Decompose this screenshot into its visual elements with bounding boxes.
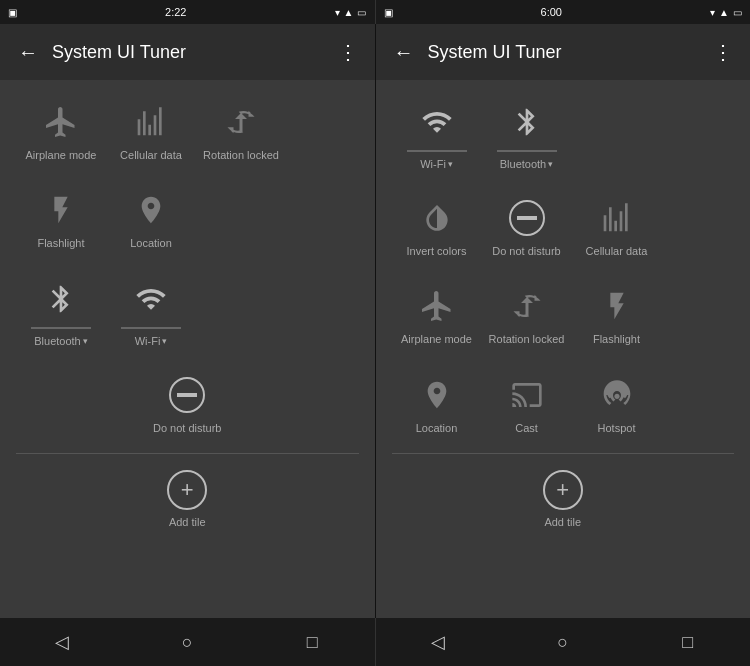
location2-icon bbox=[417, 375, 457, 415]
wifi2-label: Wi-Fi bbox=[420, 158, 446, 170]
tile-airplane-mode[interactable]: Airplane mode bbox=[16, 92, 106, 172]
svg-rect-1 bbox=[517, 216, 537, 220]
right-right-icons: ▾ ▲ ▭ bbox=[710, 7, 742, 18]
right-row-4: Location Cast Hotspot bbox=[376, 361, 751, 449]
tile-hotspot[interactable]: Hotspot bbox=[572, 365, 662, 445]
tile-invert-colors[interactable]: Invert colors bbox=[392, 188, 482, 268]
tile-location[interactable]: Location bbox=[106, 180, 196, 260]
tile-rotation-locked[interactable]: Rotation locked bbox=[196, 92, 286, 172]
tile-cellular2[interactable]: Cellular data bbox=[572, 188, 662, 268]
invert-colors-icon bbox=[417, 198, 457, 238]
rotation-locked-icon bbox=[221, 102, 261, 142]
bluetooth-label: Bluetooth bbox=[34, 335, 80, 347]
battery-status-icon: ▭ bbox=[357, 7, 366, 18]
airplane2-label: Airplane mode bbox=[401, 332, 472, 346]
sim-icon: ▣ bbox=[8, 7, 17, 18]
plus-icon: + bbox=[181, 479, 194, 501]
right-time: 6:00 bbox=[541, 6, 562, 18]
cellular2-icon bbox=[597, 198, 637, 238]
left-nav-recent[interactable]: □ bbox=[288, 618, 336, 666]
right-sim-icon: ▣ bbox=[384, 7, 393, 18]
flashlight2-label: Flashlight bbox=[593, 332, 640, 346]
right-nav-recent[interactable]: □ bbox=[664, 618, 712, 666]
right-plus-icon: + bbox=[556, 479, 569, 501]
left-right-icons: ▾ ▲ ▭ bbox=[335, 7, 367, 18]
right-status-icons: ▣ bbox=[384, 7, 393, 18]
left-nav-bar: ◁ ○ □ bbox=[0, 618, 376, 666]
location-icon bbox=[131, 190, 171, 230]
main-panels: ← System UI Tuner ⋮ Airplane mode bbox=[0, 24, 750, 618]
dnd-circle bbox=[169, 377, 205, 413]
flashlight-label: Flashlight bbox=[37, 236, 84, 250]
location-label: Location bbox=[130, 236, 172, 250]
invert-colors-label: Invert colors bbox=[407, 244, 467, 258]
tile-wifi[interactable]: Wi-Fi ▾ bbox=[106, 269, 196, 357]
dnd-label: Do not disturb bbox=[153, 421, 221, 435]
left-panel: ← System UI Tuner ⋮ Airplane mode bbox=[0, 24, 376, 618]
left-more-button[interactable]: ⋮ bbox=[338, 40, 359, 64]
rotation2-label: Rotation locked bbox=[489, 332, 565, 346]
add-tile-icon: + bbox=[167, 470, 207, 510]
tile-airplane2[interactable]: Airplane mode bbox=[392, 276, 482, 356]
left-status-icons: ▣ bbox=[8, 7, 17, 18]
hotspot-icon bbox=[597, 375, 637, 415]
bluetooth2-dropdown-arrow: ▾ bbox=[548, 159, 553, 169]
left-row-4: Do not disturb bbox=[0, 361, 375, 449]
tile-wifi2[interactable]: Wi-Fi ▾ bbox=[392, 92, 482, 180]
left-back-button[interactable]: ← bbox=[16, 41, 40, 64]
tile-location2[interactable]: Location bbox=[392, 365, 482, 445]
right-add-tile-button[interactable]: + Add tile bbox=[376, 458, 751, 540]
dnd2-circle bbox=[509, 200, 545, 236]
tile-rotation2[interactable]: Rotation locked bbox=[482, 276, 572, 356]
left-nav-home[interactable]: ○ bbox=[163, 618, 211, 666]
tile-flashlight2[interactable]: Flashlight bbox=[572, 276, 662, 356]
wifi-label: Wi-Fi bbox=[135, 335, 161, 347]
left-time: 2:22 bbox=[165, 6, 186, 18]
left-nav-back[interactable]: ◁ bbox=[38, 618, 86, 666]
flashlight-icon bbox=[41, 190, 81, 230]
right-more-button[interactable]: ⋮ bbox=[713, 40, 734, 64]
svg-rect-0 bbox=[177, 393, 197, 397]
tile-bluetooth2[interactable]: Bluetooth ▾ bbox=[482, 92, 572, 180]
right-back-button[interactable]: ← bbox=[392, 41, 416, 64]
bluetooth-label-arrow: Bluetooth ▾ bbox=[34, 335, 87, 347]
tile-flashlight[interactable]: Flashlight bbox=[16, 180, 106, 260]
cellular-data-label: Cellular data bbox=[120, 148, 182, 162]
left-add-tile-button[interactable]: + Add tile bbox=[0, 458, 375, 540]
rotation-locked-label: Rotation locked bbox=[203, 148, 279, 162]
tile-dnd2[interactable]: Do not disturb bbox=[482, 188, 572, 268]
location2-label: Location bbox=[416, 421, 458, 435]
right-panel: ← System UI Tuner ⋮ Wi-Fi ▾ bbox=[376, 24, 751, 618]
cellular-data-icon bbox=[131, 102, 171, 142]
left-divider bbox=[16, 453, 359, 454]
wifi2-dropdown-arrow: ▾ bbox=[448, 159, 453, 169]
dnd-icon bbox=[167, 375, 207, 415]
left-row-3: Bluetooth ▾ Wi-Fi ▾ bbox=[0, 265, 375, 361]
bluetooth-dropdown-arrow: ▾ bbox=[83, 336, 88, 346]
bluetooth-icon bbox=[41, 279, 81, 319]
right-panel-title: System UI Tuner bbox=[428, 42, 702, 63]
rotation2-icon bbox=[507, 286, 547, 326]
tile-cellular-data[interactable]: Cellular data bbox=[106, 92, 196, 172]
right-nav-bar: ◁ ○ □ bbox=[376, 618, 751, 666]
wifi2-label-arrow: Wi-Fi ▾ bbox=[420, 158, 453, 170]
right-nav-back[interactable]: ◁ bbox=[414, 618, 462, 666]
tile-cast[interactable]: Cast bbox=[482, 365, 572, 445]
right-nav-home[interactable]: ○ bbox=[539, 618, 587, 666]
left-row-2: Flashlight Location bbox=[0, 176, 375, 264]
right-row-1: Wi-Fi ▾ Bluetooth ▾ bbox=[376, 88, 751, 184]
cast-label: Cast bbox=[515, 421, 538, 435]
airplane-mode-label: Airplane mode bbox=[26, 148, 97, 162]
right-wifi-status-icon: ▾ bbox=[710, 7, 715, 18]
nav-bars-row: ◁ ○ □ ◁ ○ □ bbox=[0, 618, 750, 666]
tile-dnd[interactable]: Do not disturb bbox=[142, 365, 232, 445]
bluetooth2-label: Bluetooth bbox=[500, 158, 546, 170]
left-content: Airplane mode Cellular data Rotation loc… bbox=[0, 80, 375, 618]
wifi-icon bbox=[131, 279, 171, 319]
tile-bluetooth[interactable]: Bluetooth ▾ bbox=[16, 269, 106, 357]
right-signal-status-icon: ▲ bbox=[719, 7, 729, 18]
right-content: Wi-Fi ▾ Bluetooth ▾ bbox=[376, 80, 751, 618]
left-toolbar: ← System UI Tuner ⋮ bbox=[0, 24, 375, 80]
hotspot-label: Hotspot bbox=[598, 421, 636, 435]
airplane2-icon bbox=[417, 286, 457, 326]
